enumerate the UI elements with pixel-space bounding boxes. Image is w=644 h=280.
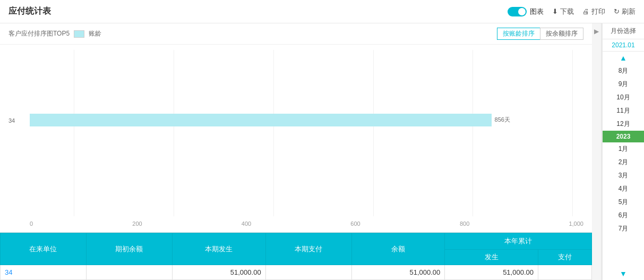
- sidebar-current-date[interactable]: 2021.01: [603, 39, 644, 52]
- data-table: 在来单位 期初余额 本期发生 本期支付 余额 本年累计 发生 支付: [0, 233, 592, 280]
- sidebar-month-item[interactable]: 8月: [603, 64, 644, 78]
- chart-toggle-wrap[interactable]: 图表: [508, 7, 544, 16]
- x-axis-400: 400: [242, 220, 251, 227]
- sidebar-month-item[interactable]: 5月: [603, 196, 644, 209]
- chart-sort: 按账龄排序 按余额排序: [497, 28, 583, 40]
- x-axis: 0 200 400 600 800 1,000: [30, 220, 583, 227]
- x-axis-200: 200: [132, 220, 142, 227]
- x-axis-1000: 1,000: [569, 220, 583, 227]
- sidebar-month-item[interactable]: 2月: [603, 156, 644, 169]
- col-paid: 本期支付: [265, 233, 351, 265]
- grid-line-200: [174, 50, 174, 216]
- table-cell: 51,000.00: [351, 265, 445, 280]
- sort-by-amount-button[interactable]: 按账龄排序: [497, 28, 540, 40]
- table-cell: [86, 265, 172, 280]
- sort-by-balance-button[interactable]: 按余额排序: [540, 28, 583, 40]
- sidebar-month-list: 8月9月10月11月12月20231月2月3月4月5月6月7月: [603, 64, 644, 267]
- refresh-button[interactable]: ↻ 刷新: [614, 7, 636, 16]
- print-button[interactable]: 🖨 打印: [582, 7, 605, 16]
- chart-toggle[interactable]: [508, 7, 527, 16]
- table-header-row: 在来单位 期初余额 本期发生 本期支付 余额 本年累计: [1, 233, 592, 250]
- bar-fill: [30, 114, 492, 126]
- legend-title: 客户应付排序图TOP5: [8, 29, 70, 38]
- x-axis-600: 600: [350, 220, 360, 227]
- table-cell: 51,000.00: [172, 265, 265, 280]
- refresh-label: 刷新: [622, 7, 636, 16]
- col-balance: 余额: [351, 233, 445, 265]
- print-label: 打印: [591, 7, 605, 16]
- sidebar-year-marker[interactable]: 2023: [603, 131, 644, 142]
- app-container: 应付统计表 图表 ⬇ 下载 🖨 打印 ↻ 刷新: [0, 0, 644, 280]
- grid-lines: [30, 50, 583, 216]
- sidebar-nav-down[interactable]: ▼: [603, 267, 644, 280]
- col-opening: 期初余额: [86, 233, 172, 265]
- legend-box: [74, 30, 84, 38]
- col-ytd: 本年累计: [445, 233, 592, 250]
- table-wrapper: 在来单位 期初余额 本期发生 本期支付 余额 本年累计 发生 支付: [0, 233, 592, 280]
- bar-chart: 34 856天 0 200 400 600 800 1,000: [0, 45, 592, 232]
- chart-toggle-label: 图表: [530, 7, 544, 16]
- page-title: 应付统计表: [8, 6, 51, 17]
- chart-area: 客户应付排序图TOP5 账龄 按账龄排序 按余额排序: [0, 23, 592, 280]
- sidebar-nav-up[interactable]: ▲: [603, 52, 644, 64]
- table-body: 3451,000.0051,000.0051,000.00: [1, 265, 592, 280]
- grid-line-0: [74, 50, 74, 216]
- collapse-button[interactable]: ▶: [592, 23, 602, 280]
- y-label: 34: [8, 117, 15, 124]
- download-button[interactable]: ⬇ 下载: [552, 7, 574, 16]
- legend-label: 账龄: [89, 29, 101, 38]
- grid-line-1000: [572, 50, 573, 216]
- table-cell: 51,000.00: [445, 265, 538, 280]
- col-ytd-paid: 支付: [538, 250, 591, 265]
- table-cell: [538, 265, 591, 280]
- sidebar-month-item[interactable]: 1月: [603, 142, 644, 156]
- bar-end-label: 856天: [495, 116, 510, 124]
- download-icon: ⬇: [552, 7, 558, 15]
- col-ytd-occurred: 发生: [445, 250, 538, 265]
- refresh-icon: ↻: [614, 7, 620, 15]
- x-axis-800: 800: [460, 220, 469, 227]
- sidebar-month-item[interactable]: 11月: [603, 104, 644, 117]
- header: 应付统计表 图表 ⬇ 下载 🖨 打印 ↻ 刷新: [0, 0, 644, 23]
- table-cell: [265, 265, 351, 280]
- sidebar-month-item[interactable]: 10月: [603, 91, 644, 104]
- col-unit: 在来单位: [1, 233, 87, 265]
- grid-line-400: [273, 50, 274, 216]
- table-section: 在来单位 期初余额 本期发生 本期支付 余额 本年累计 发生 支付: [0, 232, 592, 280]
- x-axis-0: 0: [30, 220, 33, 227]
- sidebar-month-item[interactable]: 4月: [603, 182, 644, 196]
- chart-legend: 客户应付排序图TOP5 账龄: [8, 29, 101, 38]
- print-icon: 🖨: [582, 7, 589, 15]
- col-occurred: 本期发生: [172, 233, 265, 265]
- chart-header: 客户应付排序图TOP5 账龄 按账龄排序 按余额排序: [0, 23, 592, 45]
- grid-line-800: [473, 50, 473, 216]
- sidebar-month-item[interactable]: 9月: [603, 78, 644, 91]
- bar-row: 856天: [30, 114, 573, 126]
- sidebar-month-item[interactable]: 6月: [603, 209, 644, 222]
- table-cell[interactable]: 34: [1, 265, 87, 280]
- main-content: 客户应付排序图TOP5 账龄 按账龄排序 按余额排序: [0, 23, 644, 280]
- sidebar-header: 月份选择: [603, 23, 644, 39]
- sidebar-month-item[interactable]: 7月: [603, 222, 644, 235]
- header-actions: 图表 ⬇ 下载 🖨 打印 ↻ 刷新: [508, 7, 636, 16]
- download-label: 下载: [560, 7, 574, 16]
- table-row: 3451,000.0051,000.0051,000.00: [1, 265, 592, 280]
- sidebar: 月份选择 2021.01 ▲ 8月9月10月11月12月20231月2月3月4月…: [602, 23, 644, 280]
- chart-inner: 34 856天 0 200 400 600 800 1,000: [8, 50, 583, 227]
- sidebar-month-item[interactable]: 3月: [603, 169, 644, 182]
- collapse-icon: ▶: [594, 28, 599, 35]
- sidebar-month-item[interactable]: 12月: [603, 117, 644, 131]
- grid-line-600: [373, 50, 374, 216]
